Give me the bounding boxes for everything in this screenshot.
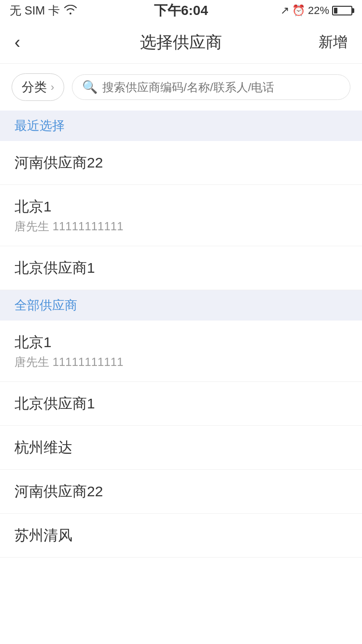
new-button[interactable]: 新增 (319, 32, 348, 52)
item-name: 北京1 (14, 196, 348, 217)
item-sub: 唐先生 11111111111 (14, 219, 348, 234)
recent-list-item[interactable]: 河南供应商22 (0, 141, 362, 185)
item-name: 北京1 (14, 332, 348, 352)
back-button[interactable]: ‹ (14, 32, 43, 53)
alarm-icon: ⏰ (292, 4, 305, 17)
battery-percent: 22% (308, 4, 329, 17)
item-name: 杭州维达 (14, 437, 348, 458)
item-name: 河南供应商22 (14, 153, 348, 173)
all-items-list: 北京1唐先生 11111111111北京供应商1杭州维达河南供应商22苏州清风 (0, 321, 362, 558)
filter-bar: 分类 › 🔍 (0, 64, 362, 111)
search-box: 🔍 (72, 74, 350, 100)
all-list-item[interactable]: 苏州清风 (0, 514, 362, 558)
all-section-label: 全部供应商 (14, 298, 77, 312)
status-time: 下午6:04 (154, 1, 208, 20)
status-left: 无 SIM 卡 (10, 3, 77, 18)
item-name: 北京供应商1 (14, 258, 348, 278)
item-name: 北京供应商1 (14, 393, 348, 414)
nav-title: 选择供应商 (140, 31, 222, 54)
recent-list-item[interactable]: 北京供应商1 (0, 246, 362, 290)
all-list-item[interactable]: 北京1唐先生 11111111111 (0, 321, 362, 382)
recent-section-header: 最近选择 (0, 111, 362, 141)
all-list-item[interactable]: 北京供应商1 (0, 382, 362, 426)
category-label: 分类 (22, 79, 47, 96)
wifi-icon (64, 4, 77, 17)
recent-list-item[interactable]: 北京1唐先生 11111111111 (0, 185, 362, 246)
recent-section-label: 最近选择 (14, 118, 65, 133)
item-name: 苏州清风 (14, 525, 348, 546)
search-input[interactable] (102, 81, 340, 94)
all-list-item[interactable]: 杭州维达 (0, 426, 362, 470)
nav-bar: ‹ 选择供应商 新增 (0, 21, 362, 64)
no-sim-label: 无 SIM 卡 (10, 3, 60, 18)
location-icon: ↗ (280, 4, 289, 17)
recent-items-list: 河南供应商22北京1唐先生 11111111111北京供应商1 (0, 141, 362, 290)
search-icon: 🔍 (82, 80, 97, 95)
item-sub: 唐先生 11111111111 (14, 354, 348, 370)
all-list-item[interactable]: 河南供应商22 (0, 470, 362, 514)
item-name: 河南供应商22 (14, 481, 348, 502)
status-bar: 无 SIM 卡 下午6:04 ↗ ⏰ 22% (0, 0, 362, 21)
chevron-right-icon: › (51, 81, 54, 94)
category-button[interactable]: 分类 › (12, 73, 64, 101)
battery-icon (332, 6, 352, 15)
all-section-header: 全部供应商 (0, 290, 362, 321)
status-right: ↗ ⏰ 22% (280, 4, 352, 17)
